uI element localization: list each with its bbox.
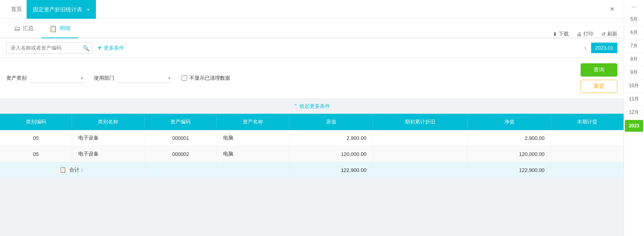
no-cleared-checkbox[interactable] [182,75,187,81]
print-icon: 🖨 [577,31,582,37]
asset-type-select-wrapper [30,73,85,83]
tab-summary-label: 汇总 [23,25,34,32]
cell-accumulated [373,146,467,162]
header-net-value: 净值 [467,114,551,130]
data-table: 类别编码 类别名称 资产编码 资产名称 原值 期初累计折旧 净值 本期计提 05… [0,114,624,178]
tab-actions: ⬇ 下载 🖨 打印 ↺ 刷新 [553,30,617,38]
asset-type-select[interactable] [30,73,85,83]
header-asset-name: 资产名称 [217,114,289,130]
header-accumulated-depreciation: 期初累计折旧 [373,114,467,130]
tab-bar: 🗂 汇总 📋 明细 ⬇ 下载 🖨 打印 ↺ 刷新 [0,19,624,38]
collapse-bar[interactable]: ⌃ 收起更多条件 [0,99,624,114]
asset-type-label: 资产类别 [6,75,27,82]
department-label: 使用部门 [94,75,114,82]
top-nav: 首页 固定资产折旧统计表 × × [0,0,624,19]
table-header-row: 类别编码 类别名称 资产编码 资产名称 原值 期初累计折旧 净值 本期计提 [0,114,624,130]
close-tab-icon[interactable]: × [87,7,90,13]
tab-detail-label: 明细 [60,25,70,32]
total-original: 122,900.00 [289,162,373,178]
table-row: 05 电子设备 000002 电脑 120,000.00 120,000.00 [0,146,624,162]
tab-title: 固定资产折旧统计表 [33,6,82,13]
cell-asset-name: 电脑 [217,146,289,162]
date-badge: 2023.01 [591,43,617,53]
filter-asset-type: 资产类别 [6,73,85,83]
header-current-depreciation: 本期计提 [551,114,623,130]
toolbar: 🔍 ▼ 更多条件 › 2023.01 [0,38,624,58]
filter-actions: 查询 重置 [581,63,617,93]
download-icon: ⬇ [553,31,557,37]
cell-category-code: 05 [0,130,72,146]
cell-net-value: 120,000.00 [467,146,551,162]
sidebar-nav-up[interactable]: ︿ [624,0,644,13]
cell-original-value: 120,000.00 [289,146,373,162]
total-net-value: 122,900.00 [467,162,551,178]
no-cleared-filter: 不显示已清理数据 [182,75,230,82]
total-current [551,162,623,178]
search-input[interactable] [6,42,92,54]
header-original-value: 原值 [289,114,373,130]
refresh-button[interactable]: ↺ 刷新 [601,30,617,38]
table-wrapper: 类别编码 类别名称 资产编码 资产名称 原值 期初累计折旧 净值 本期计提 05… [0,114,624,236]
sidebar-month-item[interactable]: 10月 [624,79,644,93]
search-wrapper: 🔍 [6,42,92,54]
sidebar-month-item[interactable]: 8月 [624,53,644,66]
reset-button[interactable]: 重置 [581,80,617,93]
sidebar-month-item[interactable]: 5月 [624,13,644,26]
toolbar-right[interactable]: › [584,44,586,52]
filter-area: 资产类别 使用部门 不显示已清理数据 查询 重置 [0,58,624,99]
sidebar-month-item[interactable]: 6月 [624,26,644,39]
cell-current-depreciation [551,146,623,162]
sidebar-month-item[interactable]: 7月 [624,39,644,53]
print-label: 打印 [583,30,593,38]
table-total-row: 📋 合计： 122,900.00 122,900.00 [0,162,624,178]
table-row: 05 电子设备 000001 电脑 2,900.00 2,900.00 [0,130,624,146]
department-select-wrapper [117,73,172,83]
total-label: 📋 合计： [0,162,144,178]
refresh-label: 刷新 [607,30,617,38]
no-cleared-label: 不显示已清理数据 [189,75,230,82]
cell-asset-code: 000001 [144,130,217,146]
print-button[interactable]: 🖨 打印 [577,30,593,38]
right-sidebar: ︿ 5月6月7月8月9月10月11月12月 2023 [624,0,644,236]
total-empty-1 [144,162,217,178]
detail-icon: 📋 [49,25,57,32]
more-conditions-button[interactable]: ▼ 更多条件 [97,45,124,52]
total-accumulated [373,162,467,178]
year-badge[interactable]: 2023 [625,120,643,132]
header-category-name: 类别名称 [72,114,144,130]
refresh-icon: ↺ [601,31,606,37]
sidebar-month-item[interactable]: 12月 [624,106,644,119]
active-tab: 固定资产折旧统计表 × [27,0,96,19]
search-icon: 🔍 [83,45,89,51]
download-button[interactable]: ⬇ 下载 [553,30,569,38]
cell-net-value: 2,900.00 [467,130,551,146]
cell-category-code: 05 [0,146,72,162]
cell-current-depreciation [551,130,623,146]
department-select[interactable] [117,73,172,83]
cell-asset-code: 000002 [144,146,217,162]
filter-icon: ▼ [97,45,102,51]
cell-category-name: 电子设备 [72,146,144,162]
close-window-button[interactable]: × [607,5,617,13]
tab-summary[interactable]: 🗂 汇总 [6,20,41,38]
query-button[interactable]: 查询 [581,63,617,77]
summary-icon: 🗂 [14,25,20,32]
more-conditions-label: 更多条件 [104,45,124,52]
total-icon: 📋 [60,166,66,173]
header-asset-code: 资产编码 [144,114,217,130]
filter-department: 使用部门 [94,73,172,83]
download-label: 下载 [559,30,569,38]
cell-accumulated [373,130,467,146]
sidebar-month-item[interactable]: 11月 [624,93,644,106]
sidebar-month-item[interactable]: 9月 [624,66,644,79]
cell-asset-name: 电脑 [217,130,289,146]
tab-detail[interactable]: 📋 明细 [41,20,78,38]
cell-category-name: 电子设备 [72,130,144,146]
header-category-code: 类别编码 [0,114,72,130]
cell-original-value: 2,900.00 [289,130,373,146]
total-empty-2 [217,162,289,178]
home-nav[interactable]: 首页 [6,6,27,13]
